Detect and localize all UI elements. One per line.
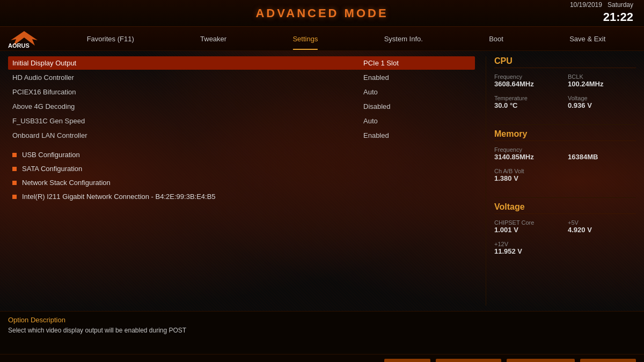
settings-value-1: Enabled [363, 73, 471, 82]
cpu-volt-label: Voltage [568, 95, 636, 101]
v12-label: +12V [494, 241, 636, 247]
mem-size-value: 16384MB [568, 153, 636, 161]
submenu-list: USB ConfigurationSATA ConfigurationNetwo… [8, 149, 475, 203]
submenu-item-2[interactable]: Network Stack Configuration [8, 176, 475, 189]
settings-label-0: Initial Display Output [12, 59, 363, 67]
cpu-volt-item: Voltage 0.936 V [568, 95, 636, 109]
svg-text:AORUS: AORUS [8, 42, 30, 48]
nav-saveexit[interactable]: Save & Exit [561, 32, 613, 46]
mem-freq-label: Frequency [494, 146, 562, 153]
cpu-temp-item: Temperature 30.0 °C [494, 95, 562, 109]
cpu-freq-item: Frequency 3608.64MHz [494, 73, 562, 88]
qflash-button[interactable]: Q-Flash (F8) [580, 359, 636, 362]
submenu-label-1: SATA Configuration [22, 165, 82, 173]
help-button[interactable]: Help (F1) [384, 359, 430, 362]
submenu-item-3[interactable]: Intel(R) I211 Gigabit Network Connection… [8, 190, 475, 203]
time-display: 21:22 [570, 10, 633, 26]
mem-volt-value: 1.380 V [494, 174, 636, 182]
cpu-section-title: CPU [494, 56, 636, 68]
submenu-bullet-1 [12, 167, 17, 171]
memory-section-title: Memory [494, 129, 636, 141]
memory-section: Memory Frequency 3140.85MHz 16384MB Ch A… [494, 129, 636, 187]
v5-value: 4.920 V [568, 226, 636, 234]
chipset-volt-item: CHIPSET Core 1.001 V [494, 219, 562, 234]
page-title: ADVANCED MODE [255, 6, 388, 20]
cpu-volt-value: 0.936 V [568, 101, 636, 109]
cpu-freq-label: Frequency [494, 73, 562, 80]
nav-settings[interactable]: Settings [284, 32, 326, 46]
submenu-label-3: Intel(R) I211 Gigabit Network Connection… [22, 193, 216, 201]
memory-grid: Frequency 3140.85MHz 16384MB Ch A/B Volt… [494, 146, 636, 187]
settings-value-4: Auto [363, 117, 471, 125]
mem-volt-item: Ch A/B Volt 1.380 V [494, 168, 636, 182]
aorus-logo-svg: AORUS [5, 29, 43, 48]
settings-label-2: PCIEX16 Bifurcation [12, 88, 363, 96]
option-desc-title: Option Description [8, 316, 636, 324]
submenu-bullet-3 [12, 195, 17, 199]
v5-label: +5V [568, 219, 636, 226]
settings-item-2[interactable]: PCIEX16 BifurcationAuto [8, 85, 475, 99]
submenu-label-2: Network Stack Configuration [22, 179, 111, 187]
mem-size-label [568, 146, 636, 153]
settings-item-5[interactable]: Onboard LAN ControllerEnabled [8, 129, 475, 142]
chipset-volt-value: 1.001 V [494, 226, 562, 234]
settings-item-1[interactable]: HD Audio ControllerEnabled [8, 71, 475, 84]
header-bar: ADVANCED MODE 10/19/2019 Saturday 21:22 [0, 0, 644, 27]
settings-value-2: Auto [363, 88, 471, 96]
voltage-section-title: Voltage [494, 202, 636, 214]
v12-value: 11.952 V [494, 247, 636, 255]
cpu-bclk-value: 100.24MHz [568, 80, 636, 88]
left-panel: Initial Display OutputPCIe 1 SlotHD Audi… [8, 56, 486, 306]
submenu-label-0: USB Configuration [22, 151, 80, 159]
option-desc-text: Select which video display output will b… [8, 327, 636, 334]
chipset-volt-label: CHIPSET Core [494, 219, 562, 226]
nav-tweaker[interactable]: Tweaker [192, 32, 235, 46]
nav-items: Favorites (F11) Tweaker Settings System … [54, 32, 639, 46]
cpu-bclk-item: BCLK 100.24MHz [568, 73, 636, 88]
nav-favorites[interactable]: Favorites (F11) [79, 32, 142, 46]
settings-value-5: Enabled [363, 131, 471, 139]
cpu-section: CPU Frequency 3608.64MHz BCLK 100.24MHz … [494, 56, 636, 114]
mem-volt-divider [494, 197, 636, 198]
logo: AORUS [5, 29, 48, 48]
mem-volt-label: Ch A/B Volt [494, 168, 636, 174]
cpu-temp-value: 30.0 °C [494, 101, 562, 109]
settings-label-4: F_USB31C Gen Speed [12, 117, 363, 125]
easy-mode-button[interactable]: Easy Mode (F2) [436, 359, 501, 362]
date-display: 10/19/2019 Saturday [570, 1, 633, 10]
datetime-display: 10/19/2019 Saturday 21:22 [570, 1, 633, 26]
option-description-area: Option Description Select which video di… [0, 311, 644, 354]
settings-value-3: Disabled [363, 102, 471, 110]
settings-value-0: PCIe 1 Slot [363, 59, 471, 67]
cpu-freq-value: 3608.64MHz [494, 80, 562, 88]
voltage-section: Voltage CHIPSET Core 1.001 V +5V 4.920 V… [494, 202, 636, 260]
nav-boot[interactable]: Boot [481, 32, 511, 46]
main-content: Initial Display OutputPCIe 1 SlotHD Audi… [0, 51, 644, 311]
bottom-bar: Help (F1) Easy Mode (F2) Smart Fan 5 (F6… [0, 354, 644, 362]
navigation-bar: AORUS Favorites (F11) Tweaker Settings S… [0, 27, 644, 51]
submenu-bullet-0 [12, 153, 17, 157]
mem-freq-value: 3140.85MHz [494, 153, 562, 161]
submenu-bullet-2 [12, 181, 17, 185]
cpu-mem-divider [494, 124, 636, 125]
right-panel: CPU Frequency 3608.64MHz BCLK 100.24MHz … [486, 56, 636, 306]
settings-label-1: HD Audio Controller [12, 73, 363, 82]
settings-item-0[interactable]: Initial Display OutputPCIe 1 Slot [8, 56, 475, 70]
settings-label-5: Onboard LAN Controller [12, 131, 363, 139]
mem-freq-item: Frequency 3140.85MHz [494, 146, 562, 161]
mem-size-item: 16384MB [568, 146, 636, 161]
smart-fan-button[interactable]: Smart Fan 5 (F6) [507, 359, 575, 362]
voltage-grid: CHIPSET Core 1.001 V +5V 4.920 V +12V 11… [494, 219, 636, 260]
settings-list: Initial Display OutputPCIe 1 SlotHD Audi… [8, 56, 475, 142]
settings-item-3[interactable]: Above 4G DecodingDisabled [8, 100, 475, 113]
submenu-item-0[interactable]: USB Configuration [8, 149, 475, 161]
nav-sysinfo[interactable]: System Info. [376, 32, 431, 46]
v12-item: +12V 11.952 V [494, 241, 636, 255]
settings-label-3: Above 4G Decoding [12, 102, 363, 110]
cpu-temp-label: Temperature [494, 95, 562, 101]
cpu-bclk-label: BCLK [568, 73, 636, 80]
submenu-item-1[interactable]: SATA Configuration [8, 162, 475, 175]
settings-item-4[interactable]: F_USB31C Gen SpeedAuto [8, 114, 475, 128]
cpu-grid: Frequency 3608.64MHz BCLK 100.24MHz Temp… [494, 73, 636, 114]
v5-item: +5V 4.920 V [568, 219, 636, 234]
